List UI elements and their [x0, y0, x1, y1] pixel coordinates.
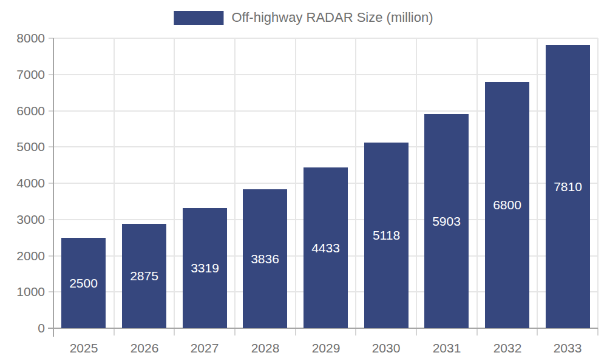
y-axis-tick-label: 8000 [2, 31, 45, 46]
x-tick [114, 328, 115, 335]
x-gridline [114, 38, 115, 328]
bar-value-label: 2500 [61, 276, 106, 291]
x-gridline [174, 38, 175, 328]
x-axis-tick-label: 2027 [174, 341, 235, 356]
legend-swatch [174, 11, 223, 25]
x-tick [416, 328, 417, 335]
x-tick [174, 328, 175, 335]
x-tick [597, 328, 599, 335]
x-gridline [234, 38, 236, 328]
bar-value-label: 5903 [424, 214, 469, 229]
x-gridline [416, 38, 417, 328]
y-axis-tick-label: 4000 [2, 176, 45, 190]
bar-value-label: 3319 [183, 261, 227, 275]
bar-chart: Off-highway RADAR Size (million) 0100020… [0, 0, 607, 364]
x-axis-tick-label: 2033 [537, 341, 598, 356]
x-tick [537, 328, 538, 335]
bar-value-label: 4433 [304, 241, 348, 255]
y-axis-tick-label: 1000 [2, 285, 45, 299]
legend[interactable]: Off-highway RADAR Size (million) [174, 10, 433, 25]
y-gridline [53, 38, 598, 39]
x-tick [295, 328, 296, 335]
y-gridline [53, 74, 598, 75]
x-tick [355, 328, 356, 335]
y-axis-tick-label: 6000 [2, 104, 45, 118]
legend-label: Off-highway RADAR Size (million) [231, 10, 433, 25]
x-gridline [597, 38, 599, 328]
y-axis-tick-label: 5000 [2, 140, 45, 154]
x-axis-tick-label: 2028 [235, 341, 296, 356]
bar-value-label: 3836 [243, 252, 287, 266]
x-axis-tick-label: 2031 [416, 341, 477, 356]
x-gridline [476, 38, 478, 328]
x-gridline [295, 38, 296, 328]
y-axis-tick-label: 3000 [2, 212, 45, 227]
bar-value-label: 6800 [485, 198, 529, 212]
x-gridline [355, 38, 356, 328]
x-gridline [537, 38, 538, 328]
x-axis-tick-label: 2025 [53, 341, 114, 356]
x-tick [234, 328, 236, 335]
x-axis-tick-label: 2032 [477, 341, 538, 356]
x-tick [476, 328, 478, 335]
y-axis-line [53, 38, 54, 337]
x-axis-tick-label: 2026 [114, 341, 175, 356]
x-axis-tick-label: 2029 [296, 341, 356, 356]
y-axis-tick-label: 0 [2, 321, 45, 335]
bar-value-label: 5118 [364, 228, 409, 243]
bar-value-label: 7810 [546, 180, 590, 194]
y-axis-tick-label: 7000 [2, 67, 45, 82]
x-axis-tick-label: 2030 [356, 341, 416, 356]
bar-value-label: 2875 [122, 269, 166, 283]
y-axis-tick-label: 2000 [2, 249, 45, 263]
